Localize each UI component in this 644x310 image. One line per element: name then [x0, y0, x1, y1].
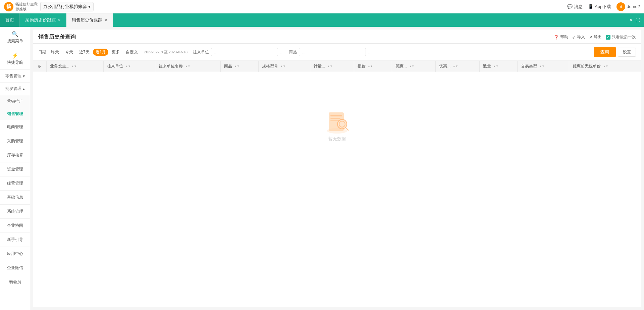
main-layout: 🔍 搜索菜单 ⚡ 快捷导航 零售管理 ▾ 批发管理 ▴ 营销推广 销售管理 电商…: [0, 27, 644, 310]
date-option-custom[interactable]: 自定义: [123, 49, 141, 56]
sort-partner-code-icon[interactable]: ▲▼: [125, 65, 131, 68]
th-discount1[interactable]: 优惠... ▲▼: [392, 61, 436, 72]
sidebar-item-member[interactable]: 畅会员: [0, 275, 30, 289]
query-button[interactable]: 查询: [594, 47, 616, 57]
tab-purchase-history-close[interactable]: ✕: [58, 18, 61, 22]
message-icon: 💬: [567, 4, 573, 9]
sidebar-item-finance[interactable]: 资金管理: [0, 162, 30, 176]
source-unit-input[interactable]: [211, 48, 278, 56]
th-pre-tax-price[interactable]: 优惠前无税单价 ▲▼: [569, 61, 641, 72]
close-tab-icon[interactable]: ✕: [629, 18, 633, 23]
ecommerce-label: 电商管理: [7, 124, 23, 130]
message-button[interactable]: 💬 消息: [567, 4, 583, 10]
date-option-more[interactable]: 更多: [109, 49, 122, 56]
wholesale-arrow-icon: ▴: [23, 87, 25, 91]
user-menu[interactable]: d demo2: [616, 2, 640, 11]
date-option-1month[interactable]: 近1月: [93, 49, 109, 56]
sidebar-item-inventory[interactable]: 库存核算: [0, 148, 30, 162]
th-partner-code[interactable]: 往来单位 ▲▼: [104, 61, 155, 72]
date-filter-group: 日期 昨天 今天 近7天 近1月 更多 自定义 2023-02-18 至 202…: [38, 49, 187, 56]
sort-discount1-icon[interactable]: ▲▼: [409, 65, 414, 68]
th-discount2[interactable]: 优惠... ▲▼: [436, 61, 479, 72]
sort-trade-type-icon[interactable]: ▲▼: [539, 65, 545, 68]
sort-discount2-icon[interactable]: ▲▼: [453, 65, 458, 68]
date-option-yesterday[interactable]: 昨天: [48, 49, 62, 56]
tab-bar-actions: ✕ ⛶: [625, 13, 644, 27]
top-bar: 畅 畅捷信好生意 标准版 办公用品行业模拟账套 ▾ 💬 消息 📱 App下载 d…: [0, 0, 644, 13]
app-center-label: 应用中心: [7, 251, 23, 257]
sidebar-subitem-marketing[interactable]: 营销推广: [0, 95, 30, 108]
th-spec[interactable]: 规格型号 ▲▼: [259, 61, 310, 72]
operations-label: 经营管理: [7, 180, 23, 186]
sidebar-item-basic-info[interactable]: 基础信息: [0, 191, 30, 205]
date-options: 昨天 今天 近7天 近1月 更多 自定义: [48, 49, 141, 56]
top-bar-left: 畅 畅捷信好生意 标准版 办公用品行业模拟账套 ▾: [4, 2, 94, 11]
th-quantity[interactable]: 数量 ▲▼: [479, 61, 517, 72]
page-header: 销售历史价查询 ❓ 帮助 ↙ 导入 ↗ 导出 ✓: [33, 30, 641, 44]
sort-quantity-icon[interactable]: ▲▼: [493, 65, 498, 68]
empty-state-illustration: [322, 106, 352, 136]
logo-icon: 畅: [4, 2, 13, 11]
sidebar-item-ecommerce[interactable]: 电商管理: [0, 120, 30, 134]
export-button[interactable]: ↗ 导出: [589, 34, 602, 40]
sidebar-item-app-center[interactable]: 应用中心: [0, 247, 30, 261]
tab-home-label: 首页: [5, 17, 14, 23]
th-unit[interactable]: 计量... ▲▼: [310, 61, 354, 72]
empty-text: 暂无数据: [328, 136, 346, 142]
sidebar-item-operations[interactable]: 经营管理: [0, 176, 30, 191]
product-ellipsis[interactable]: ...: [368, 50, 371, 54]
sort-quote-icon[interactable]: ▲▼: [368, 65, 373, 68]
last-only-checkbox[interactable]: ✓: [606, 35, 610, 40]
export-icon: ↗: [589, 35, 592, 40]
inventory-label: 库存核算: [7, 152, 23, 158]
source-unit-ellipsis[interactable]: ...: [280, 50, 283, 54]
marketing-label: 营销推广: [7, 99, 23, 104]
sort-spec-icon[interactable]: ▲▼: [280, 65, 286, 68]
sidebar-item-purchase[interactable]: 采购管理: [0, 134, 30, 148]
setting-button[interactable]: 设置: [618, 48, 636, 57]
sidebar-item-quick-nav[interactable]: ⚡ 快捷导航: [0, 48, 30, 70]
date-option-7days[interactable]: 近7天: [76, 49, 92, 56]
top-bar-right: 💬 消息 📱 App下载 d demo2: [567, 2, 640, 11]
finance-label: 资金管理: [7, 166, 23, 172]
sort-biz-date-icon[interactable]: ▲▼: [71, 65, 77, 68]
sidebar: 🔍 搜索菜单 ⚡ 快捷导航 零售管理 ▾ 批发管理 ▴ 营销推广 销售管理 电商…: [0, 27, 30, 310]
filter-bar: 日期 昨天 今天 近7天 近1月 更多 自定义 2023-02-18 至 202…: [33, 44, 641, 61]
app-selector[interactable]: 办公用品行业模拟账套 ▾: [40, 2, 94, 11]
th-product[interactable]: 商品 ▲▼: [220, 61, 258, 72]
tab-purchase-history[interactable]: 采购历史价跟踪 ✕: [20, 13, 66, 27]
date-option-today[interactable]: 今天: [62, 49, 76, 56]
tab-home[interactable]: 首页: [0, 13, 20, 27]
th-quote[interactable]: 报价 ▲▼: [354, 61, 392, 72]
gear-icon[interactable]: ⚙: [38, 64, 41, 69]
retail-label: 零售管理: [5, 73, 21, 79]
tab-purchase-history-label: 采购历史价跟踪: [25, 17, 56, 23]
sort-pre-tax-price-icon[interactable]: ▲▼: [603, 65, 608, 68]
th-gear[interactable]: ⚙: [33, 61, 46, 72]
sort-partner-name-icon[interactable]: ▲▼: [185, 65, 191, 68]
tab-sales-history[interactable]: 销售历史价跟踪 ✕: [66, 13, 113, 27]
tab-sales-history-close[interactable]: ✕: [104, 18, 107, 22]
sidebar-item-search-menu[interactable]: 🔍 搜索菜单: [0, 27, 30, 48]
page-actions: ❓ 帮助 ↙ 导入 ↗ 导出 ✓ 只看最后一次: [554, 34, 636, 40]
sidebar-item-enterprise-collab[interactable]: 企业协同: [0, 219, 30, 233]
sort-unit-icon[interactable]: ▲▼: [327, 65, 333, 68]
table-header-row: ⚙ 业务发生... ▲▼ 往来单位 ▲▼ 往来单位名称: [33, 61, 641, 72]
product-input[interactable]: [299, 48, 366, 56]
th-partner-name[interactable]: 往来单位名称 ▲▼: [155, 61, 220, 72]
app-download-button[interactable]: 📱 App下载: [588, 4, 611, 10]
sidebar-item-new-guide[interactable]: 新手引导: [0, 233, 30, 247]
product-label: 商品: [289, 49, 297, 55]
sidebar-subitem-sales-mgmt[interactable]: 销售管理: [0, 108, 30, 120]
sort-product-icon[interactable]: ▲▼: [234, 65, 239, 68]
help-button[interactable]: ❓ 帮助: [554, 34, 568, 40]
fullscreen-icon[interactable]: ⛶: [636, 18, 640, 23]
sidebar-item-retail[interactable]: 零售管理 ▾: [0, 70, 30, 83]
new-guide-label: 新手引导: [7, 237, 23, 243]
import-button[interactable]: ↙ 导入: [572, 34, 585, 40]
sidebar-item-enterprise-wechat[interactable]: 企业微信: [0, 261, 30, 275]
sidebar-item-system[interactable]: 系统管理: [0, 205, 30, 219]
sidebar-item-wholesale[interactable]: 批发管理 ▴: [0, 83, 30, 95]
th-trade-type[interactable]: 交易类型 ▲▼: [518, 61, 569, 72]
th-biz-date[interactable]: 业务发生... ▲▼: [46, 61, 104, 72]
